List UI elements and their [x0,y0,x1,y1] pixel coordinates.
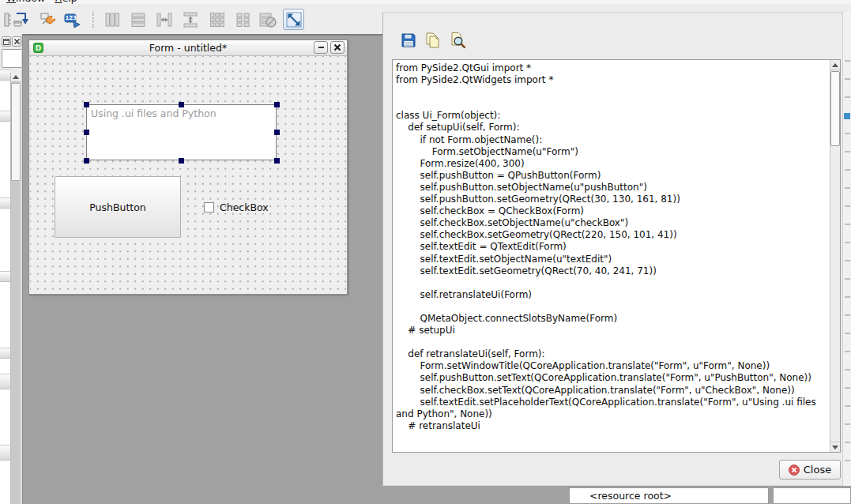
scroll-up-icon[interactable] [830,60,840,70]
save-button[interactable] [399,31,418,50]
close-circle-icon [789,465,800,476]
adjust-size-button[interactable] [283,9,304,30]
scrollbar-thumb[interactable] [11,83,21,181]
code-scrollbar[interactable] [830,60,840,452]
code-view[interactable]: from PySide2.QtGui import * from PySide2… [392,59,841,453]
resource-preview-pane[interactable] [773,487,851,504]
copy-icon [424,32,442,49]
close-button-label: Close [804,464,831,476]
edit-buddies-button[interactable] [37,9,58,30]
layout-grid-button[interactable] [206,9,228,30]
form-close-button[interactable] [330,41,345,54]
scrollbar-thumb[interactable] [830,71,840,146]
widget-filter-input[interactable] [2,49,22,68]
widget-category-header[interactable] [0,271,10,282]
selection-handle-middle-right[interactable] [274,130,280,135]
resource-root-item[interactable]: <resource root> [569,487,769,504]
float-icon [2,38,10,46]
right-edge-panel [842,12,851,486]
edit-buddies-icon [40,11,57,28]
qt-designer-window: Window Help 123 [0,0,851,504]
break-layout-button[interactable] [257,9,278,30]
layout-horizontal-button[interactable] [101,9,122,30]
form-canvas[interactable]: Using .ui files and Python PushButton Ch… [30,56,346,293]
adjust-size-icon [285,11,303,28]
selection-handle-top-left[interactable] [84,102,89,107]
widget-category-header[interactable] [0,197,10,209]
widget-category-header[interactable] [0,348,10,359]
toolbar-separator [92,12,94,28]
code-preview-dialog: from PySide2.QtGui import * from PySide2… [382,12,842,486]
selection-handle-top-right[interactable] [274,102,280,107]
edit-tab-order-button[interactable]: 123 [62,9,83,30]
save-icon [400,32,417,49]
layout-form-icon [235,11,252,28]
break-layout-icon [258,11,277,28]
layout-vertical-button[interactable] [127,9,149,30]
form-window-titlebar[interactable]: D Form - untitled* [29,40,347,56]
layout-vertical-icon [130,11,147,28]
selection-handle-bottom-left[interactable] [84,158,89,164]
selection-handle-bottom-center[interactable] [179,158,184,164]
layout-vertical-splitter-button[interactable] [179,9,201,30]
layout-vertical-splitter-icon [182,11,199,28]
selection-mark [844,113,850,119]
dock-float-button[interactable] [2,36,11,47]
qcheckbox-label[interactable]: CheckBox [220,201,269,213]
resource-root-label: <resource root> [589,490,672,502]
dock-close-button[interactable] [12,36,21,47]
widget-box-scrollbar[interactable] [10,73,21,504]
edit-signals-slots-icon [13,11,30,28]
tick-marks [845,43,850,462]
widget-category-header[interactable] [0,374,10,389]
layout-form-button[interactable] [232,9,254,30]
minimize-icon [318,47,324,48]
selection-handle-top-center[interactable] [179,102,184,107]
generated-code[interactable]: from PySide2.QtGui import * from PySide2… [393,60,840,434]
qcheckbox-indicator[interactable] [204,202,214,213]
widget-category-header[interactable] [0,111,10,122]
layout-horizontal-icon [104,11,121,28]
selection-handle-bottom-right[interactable] [274,158,280,164]
layout-horizontal-splitter-icon [156,11,173,28]
edit-tab-order-icon: 123 [64,11,81,28]
find-icon [449,32,466,49]
textedit-placeholder: Using .ui files and Python [91,107,217,119]
close-button[interactable]: Close [779,460,841,480]
layout-grid-icon [209,11,226,28]
copy-button[interactable] [424,31,442,50]
widget-category-header[interactable] [0,445,10,461]
qtextedit-widget[interactable]: Using .ui files and Python [86,104,277,160]
find-button[interactable] [448,31,467,50]
layout-horizontal-splitter-button[interactable] [153,9,175,30]
widget-box-list[interactable] [0,70,10,504]
scroll-up-icon[interactable] [11,73,21,82]
form-editor-window: D Form - untitled* Using .ui files and P… [28,39,348,295]
selection-handle-middle-left[interactable] [84,130,89,135]
qpushbutton-widget[interactable]: PushButton [55,176,181,238]
close-icon [13,38,21,45]
widget-box-dock [0,34,22,504]
edit-signals-slots-button[interactable] [10,9,32,30]
form-window-title: Form - untitled* [29,42,347,54]
pushbutton-label: PushButton [89,201,146,213]
form-minimize-button[interactable] [314,41,328,54]
close-icon [333,43,341,51]
widget-category-header[interactable] [0,70,10,81]
scroll-down-icon[interactable] [830,442,840,452]
